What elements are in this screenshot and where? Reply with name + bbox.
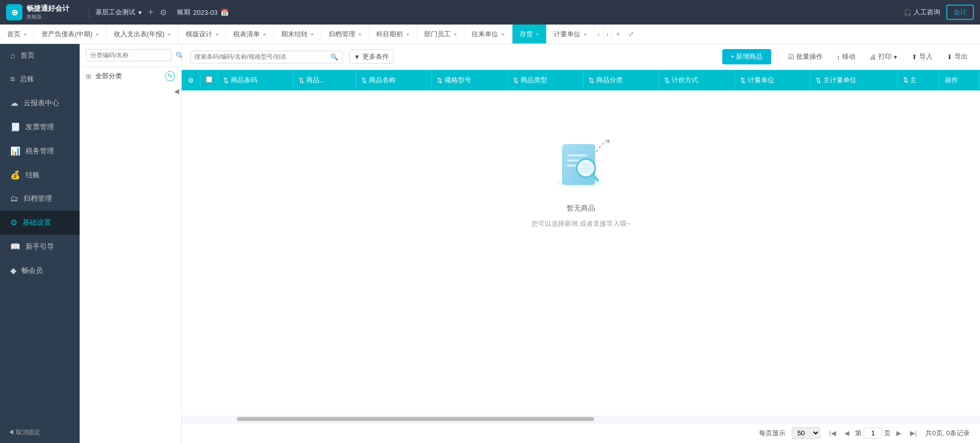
col-spec[interactable]: ⇅规格型号	[432, 70, 507, 90]
add-tab-btn[interactable]: +	[148, 7, 154, 18]
sidebar-item-invoice[interactable]: 🧾 发票管理	[0, 115, 80, 139]
settings-icon[interactable]: ⚙	[160, 8, 167, 17]
tab-close-unit[interactable]: ×	[583, 31, 586, 37]
print-btn[interactable]: 🖨 打印 ▾	[866, 50, 901, 63]
import-btn[interactable]: ⬆ 导入	[908, 50, 937, 63]
tab-label-period: 期末结转	[281, 30, 308, 39]
sidebar-item-archive[interactable]: 🗂 归档管理	[0, 187, 80, 211]
tab-close-subject[interactable]: ×	[406, 31, 409, 37]
col-unit[interactable]: ⇅计量单位	[734, 70, 810, 90]
tab-close-template[interactable]: ×	[215, 31, 218, 37]
ai-consult-btn[interactable]: 🎧 人工咨询	[903, 8, 940, 17]
panel-collapse-btn[interactable]: ◀	[172, 85, 181, 97]
sidebar-item-cloud[interactable]: ☁ 云报表中心	[0, 91, 80, 115]
sidebar-item-basic[interactable]: ⚙ 基础设置	[0, 211, 80, 235]
tab-unit[interactable]: 计量单位 ×	[547, 25, 594, 43]
per-page-select[interactable]: 10 20 50 100	[792, 427, 820, 439]
empty-illustration	[548, 131, 614, 198]
sidebar-item-ledger[interactable]: ≡ 总账	[0, 67, 80, 91]
category-all-item[interactable]: ⊞ 全部分类 ✎	[80, 67, 181, 85]
tab-prev-btn[interactable]: ‹	[595, 25, 603, 43]
sidebar: ⌂ 首页 ≡ 总账 ☁ 云报表中心 🧾 发票管理 📊 税务管理 💰 结账 🗂 归…	[0, 44, 80, 443]
col-setting-icon: ⚙	[188, 77, 194, 84]
sidebar-item-home[interactable]: ⌂ 首页	[0, 44, 80, 67]
search-icon[interactable]: 🔍	[330, 53, 338, 61]
first-page-btn[interactable]: |◀	[826, 427, 839, 439]
tab-close-archive[interactable]: ×	[358, 31, 361, 37]
tab-close-balance[interactable]: ×	[95, 31, 99, 37]
tab-close-contacts[interactable]: ×	[501, 31, 504, 37]
move-icon: ↕	[837, 53, 841, 61]
col-name[interactable]: ⇅商品名称	[356, 70, 431, 90]
empty-subtitle: 您可以选择新增,或者直接导入哦~	[531, 219, 630, 228]
tab-inventory[interactable]: 存货 ×	[512, 25, 547, 43]
prev-page-btn[interactable]: ◀	[841, 427, 853, 439]
tab-next-btn[interactable]: ›	[603, 25, 612, 43]
sidebar-label-ledger: 总账	[20, 75, 34, 84]
tab-archive[interactable]: 归档管理 ×	[322, 25, 369, 43]
col-extra[interactable]: ⇅ 主	[897, 70, 939, 90]
col-main-unit[interactable]: ⇅主计量单位	[811, 70, 897, 90]
project-selector[interactable]: 基层工会测试 ▾	[95, 8, 142, 17]
filter-icon: ▼	[354, 53, 360, 61]
tab-contacts[interactable]: 往来单位 ×	[464, 25, 512, 43]
tab-income[interactable]: 收入支出表(年报) ×	[107, 25, 179, 43]
export-icon: ⬇	[947, 53, 952, 61]
sidebar-item-tax[interactable]: 📊 税务管理	[0, 139, 80, 163]
sidebar-item-guide[interactable]: 📖 新手引导	[0, 235, 80, 259]
more-filter-btn[interactable]: ▼ 更多条件	[349, 50, 394, 64]
tab-template[interactable]: 模版设计 ×	[179, 25, 226, 43]
col-code[interactable]: ⇅商品...	[293, 70, 356, 90]
tab-tax[interactable]: 税表清单 ×	[226, 25, 274, 43]
sort-icon2: ⇅	[299, 77, 304, 84]
tab-home[interactable]: 首页 ×	[0, 25, 34, 43]
tab-close-income[interactable]: ×	[167, 31, 170, 37]
col-setting[interactable]: ⚙	[182, 70, 200, 90]
horizontal-scrollbar[interactable]	[237, 417, 594, 421]
select-all-checkbox[interactable]	[206, 76, 212, 83]
tab-close-dept[interactable]: ×	[454, 31, 457, 37]
col-price-method[interactable]: ⇅计价方式	[659, 70, 734, 90]
sidebar-item-vip[interactable]: ◆ 畅会员	[0, 259, 80, 283]
tab-period-end[interactable]: 期末结转 ×	[274, 25, 322, 43]
sidebar-item-close[interactable]: 💰 结账	[0, 163, 80, 187]
col-checkbox[interactable]	[200, 70, 217, 90]
content-area: 🔍 ⊞ 全部分类 ✎ ◀ 🔍	[80, 44, 980, 443]
page-suffix: 页	[884, 429, 891, 438]
tab-label-template: 模版设计	[186, 30, 212, 39]
tab-department[interactable]: 部门员工 ×	[417, 25, 464, 43]
category-search-input[interactable]	[86, 49, 172, 61]
checkbox-icon: ☑	[788, 53, 794, 61]
next-page-btn[interactable]: ▶	[893, 427, 905, 439]
col-barcode[interactable]: ⇅商品条码	[217, 70, 293, 90]
export-btn[interactable]: ⬇ 导出	[943, 50, 972, 63]
tab-close-period[interactable]: ×	[311, 31, 314, 37]
calendar-icon[interactable]: 📅	[220, 9, 229, 16]
tab-close-all-btn[interactable]: ×	[612, 25, 624, 43]
sidebar-label-cloud: 云报表中心	[23, 99, 59, 108]
move-btn[interactable]: ↕ 移动	[833, 50, 860, 63]
add-product-btn[interactable]: + 新增商品	[722, 49, 771, 64]
tab-close-home[interactable]: ×	[23, 31, 27, 37]
sidebar-unpin-btn[interactable]: ◀ 取消固定	[0, 422, 80, 443]
tab-expand-btn[interactable]: ⤢	[624, 25, 638, 43]
svg-rect-3	[567, 154, 587, 156]
account-button[interactable]: 会计	[946, 5, 974, 20]
tab-close-tax[interactable]: ×	[263, 31, 266, 37]
logo-icon: ⊕	[6, 4, 22, 20]
tab-balance-sheet[interactable]: 资产负债表(中期) ×	[34, 25, 106, 43]
sort-icon4: ⇅	[437, 77, 443, 84]
category-edit-icon[interactable]: ✎	[165, 71, 175, 81]
page-number-input[interactable]	[864, 428, 882, 438]
tab-close-inventory[interactable]: ×	[536, 31, 539, 37]
batch-operate-btn[interactable]: ☑ 批量操作	[784, 50, 827, 63]
app-subtitle: 旗舰版	[27, 13, 69, 20]
product-search-input[interactable]	[194, 53, 327, 60]
tab-label-tax: 税表清单	[233, 30, 260, 39]
tab-subject[interactable]: 科目期初 ×	[369, 25, 416, 43]
pagination: 每页显示 10 20 50 100 |◀ ◀ 第 页 ▶ ▶|	[182, 423, 980, 443]
col-category[interactable]: ⇅商品分类	[583, 70, 659, 90]
table-header-row: ⚙ ⇅商品条码 ⇅商品...	[182, 70, 980, 90]
col-type[interactable]: ⇅商品类型	[507, 70, 583, 90]
last-page-btn[interactable]: ▶|	[907, 427, 919, 439]
